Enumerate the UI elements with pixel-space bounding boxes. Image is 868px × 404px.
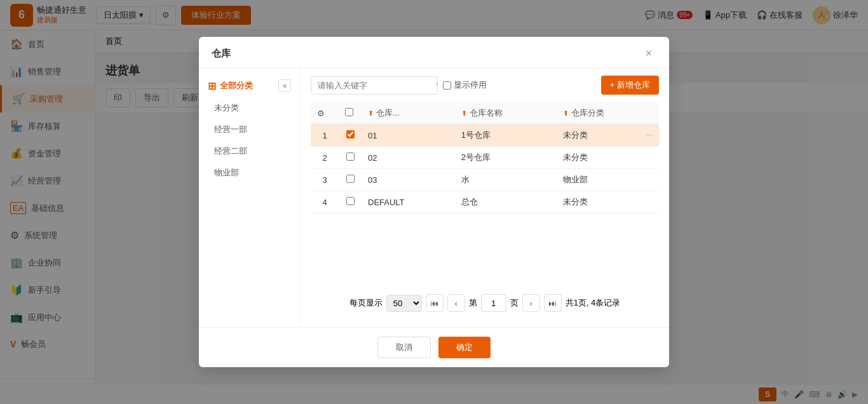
show-disabled-label[interactable]: 显示停用 [443, 79, 487, 91]
row-name-cell: 2号仓库 [455, 147, 557, 169]
page-unit: 页 [510, 297, 519, 309]
collapse-button[interactable]: « [278, 79, 291, 92]
row-name-cell: 1号仓库 [455, 125, 557, 147]
row-checkbox[interactable] [346, 197, 355, 205]
row-gear-cell: 2 [311, 147, 339, 169]
row-code-cell: 03 [362, 169, 455, 191]
next-page-button[interactable]: › [522, 294, 540, 312]
warehouse-table: ⚙ ⬆ 仓库... [311, 102, 659, 213]
row-code-cell: DEFAULT [362, 191, 455, 213]
modal-overlay: 仓库 × ⊞ 全部分类 « 未分类 经营一部 经营二部 [0, 0, 868, 404]
sort-icon: ⬆ [461, 109, 467, 118]
page-input[interactable] [481, 294, 506, 312]
add-warehouse-button[interactable]: + 新增仓库 [601, 76, 659, 95]
cancel-button[interactable]: 取消 [377, 337, 431, 358]
row-checkbox-cell [339, 169, 362, 191]
category-item-dept1[interactable]: 经营一部 [199, 119, 300, 140]
row-checkbox[interactable] [346, 130, 355, 138]
col-header-checkbox [339, 102, 362, 125]
row-checkbox-cell [339, 191, 362, 213]
row-gear-cell: 4 [311, 191, 339, 213]
modal-body: ⊞ 全部分类 « 未分类 经营一部 经营二部 物业部 [199, 68, 669, 327]
sort-icon: ⬆ [563, 109, 569, 118]
row-action-dots[interactable]: ··· [646, 130, 653, 139]
category-item-property[interactable]: 物业部 [199, 162, 300, 184]
row-category-cell: 物业部 [557, 169, 659, 191]
row-checkbox[interactable] [346, 175, 355, 183]
modal-toolbar: 🔍 显示停用 + 新增仓库 [311, 76, 659, 95]
page-size-label: 每页显示 [349, 297, 383, 309]
table-row[interactable]: 4 DEFAULT 总仓 未分类 [311, 191, 659, 213]
row-checkbox[interactable] [346, 152, 355, 161]
last-page-button[interactable]: ⏭ [544, 294, 562, 312]
category-item-dept2[interactable]: 经营二部 [199, 140, 300, 162]
col-header-category: ⬆ 仓库分类 [557, 102, 659, 125]
modal-title: 仓库 [212, 48, 231, 60]
row-name-cell: 水 [455, 169, 557, 191]
row-gear-cell: 3 [311, 169, 339, 191]
select-all-checkbox[interactable] [345, 108, 353, 116]
col-header-name: ⬆ 仓库名称 [455, 102, 557, 125]
row-code-cell: 02 [362, 147, 455, 169]
modal-footer: 取消 确定 [199, 327, 669, 367]
show-disabled-checkbox[interactable] [443, 81, 451, 90]
confirm-button[interactable]: 确定 [438, 337, 491, 358]
row-code-cell: 01 [362, 125, 455, 147]
grid-icon: ⊞ [208, 80, 216, 92]
sort-icon: ⬆ [368, 109, 374, 118]
table-row[interactable]: 2 02 2号仓库 未分类 [311, 147, 659, 169]
pagination-area: 每页显示 50 20 100 ⏮ ‹ 第 页 › ⏭ 共1页, 4条记录 [311, 286, 659, 320]
modal-close-button[interactable]: × [641, 46, 656, 61]
row-checkbox-cell [339, 125, 362, 147]
all-categories-label: 全部分类 [220, 80, 253, 91]
table-row[interactable]: 1 01 1号仓库 未分类 ··· [311, 125, 659, 147]
row-category-cell: 未分类 [557, 147, 659, 169]
search-input[interactable] [311, 77, 431, 94]
table-header-row: ⚙ ⬆ 仓库... [311, 102, 659, 125]
col-header-gear: ⚙ [311, 102, 339, 125]
category-panel: ⊞ 全部分类 « 未分类 经营一部 经营二部 物业部 [199, 68, 301, 327]
warehouse-modal: 仓库 × ⊞ 全部分类 « 未分类 经营一部 经营二部 [199, 37, 669, 367]
first-page-button[interactable]: ⏮ [426, 294, 444, 312]
table-row[interactable]: 3 03 水 物业部 [311, 169, 659, 191]
all-categories-button[interactable]: ⊞ 全部分类 « [199, 74, 300, 97]
prev-page-button[interactable]: ‹ [447, 294, 465, 312]
row-category-cell: 未分类 ··· [557, 125, 659, 147]
search-box: 🔍 [311, 76, 438, 95]
page-label: 第 [469, 297, 477, 309]
row-checkbox-cell [339, 147, 362, 169]
col-header-code: ⬆ 仓库... [362, 102, 455, 125]
modal-header: 仓库 × [199, 37, 669, 68]
page-size-select[interactable]: 50 20 100 [386, 295, 422, 312]
search-button[interactable]: 🔍 [431, 80, 438, 90]
total-info: 共1页, 4条记录 [566, 297, 621, 309]
row-category-cell: 未分类 [557, 191, 659, 213]
modal-content-area: 🔍 显示停用 + 新增仓库 ⚙ [301, 68, 669, 327]
category-item-unclassified[interactable]: 未分类 [199, 97, 300, 119]
row-name-cell: 总仓 [455, 191, 557, 213]
row-gear-cell: 1 [311, 125, 339, 147]
